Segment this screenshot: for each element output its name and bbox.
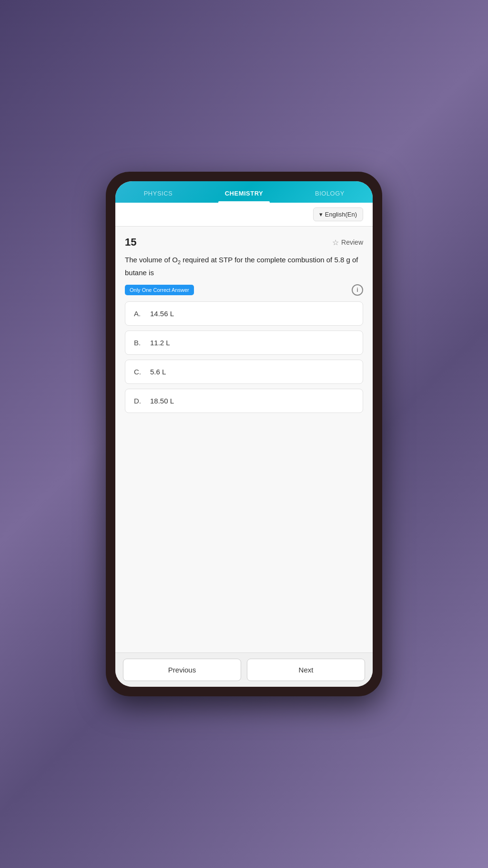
option-d-text: 18.50 L: [150, 397, 174, 405]
language-bar: ▾ English(En): [115, 203, 373, 227]
option-c-letter: C.: [134, 368, 143, 376]
options-list: A. 14.56 L B. 11.2 L C. 5.6 L D. 18.50 L: [125, 301, 363, 413]
next-button[interactable]: Next: [247, 659, 365, 681]
option-d[interactable]: D. 18.50 L: [125, 389, 363, 413]
chevron-down-icon: ▾: [319, 211, 323, 218]
phone-device: PHYSICS CHEMISTRY BIOLOGY ▾ English(En) …: [106, 172, 382, 696]
option-a-text: 14.56 L: [150, 310, 174, 318]
question-text: The volume of O2 required at STP for the…: [125, 254, 363, 279]
tab-physics[interactable]: PHYSICS: [115, 181, 201, 203]
language-selector[interactable]: ▾ English(En): [313, 207, 363, 221]
question-text-part1: The volume of O: [125, 256, 178, 264]
option-b[interactable]: B. 11.2 L: [125, 331, 363, 355]
question-header: 15 ☆ Review: [125, 236, 363, 248]
content-area: 15 ☆ Review The volume of O2 required at…: [115, 227, 373, 652]
question-number: 15: [125, 236, 136, 248]
previous-button[interactable]: Previous: [123, 659, 241, 681]
review-button[interactable]: ☆ Review: [332, 238, 363, 247]
answer-type-badge: Only One Correct Answer: [125, 285, 194, 295]
option-c-text: 5.6 L: [150, 368, 166, 376]
option-a[interactable]: A. 14.56 L: [125, 301, 363, 326]
option-c[interactable]: C. 5.6 L: [125, 360, 363, 384]
option-b-text: 11.2 L: [150, 339, 170, 347]
review-label: Review: [341, 238, 363, 246]
bottom-nav: Previous Next: [115, 652, 373, 687]
tab-chemistry[interactable]: CHEMISTRY: [201, 181, 287, 203]
badge-row: Only One Correct Answer i: [125, 284, 363, 296]
tab-bar: PHYSICS CHEMISTRY BIOLOGY: [115, 181, 373, 203]
option-a-letter: A.: [134, 310, 143, 318]
option-b-letter: B.: [134, 339, 143, 347]
language-label: English(En): [325, 211, 357, 218]
info-icon[interactable]: i: [352, 284, 363, 296]
tab-biology[interactable]: BIOLOGY: [287, 181, 373, 203]
phone-screen: PHYSICS CHEMISTRY BIOLOGY ▾ English(En) …: [115, 181, 373, 687]
option-d-letter: D.: [134, 397, 143, 405]
star-icon: ☆: [332, 238, 339, 247]
